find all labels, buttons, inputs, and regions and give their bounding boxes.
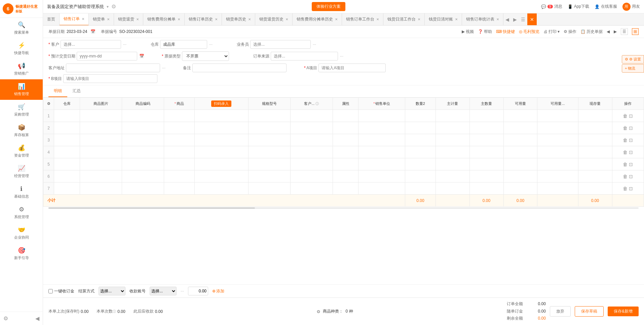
row-product-5[interactable] [164,170,195,182]
row-product-code-6[interactable] [122,182,164,195]
row-delete-5[interactable]: 🗑 [623,174,628,179]
row-stock-4[interactable] [578,158,612,170]
project-a-input[interactable] [318,64,386,72]
table-scrollbar[interactable] [48,207,639,209]
row-available2-2[interactable] [537,134,578,146]
customer-input[interactable] [61,40,121,49]
tab-close-5[interactable]: ✕ [215,17,218,21]
row-product-code-4[interactable] [122,158,164,170]
row-available2-1[interactable] [537,122,578,134]
row-spec-6[interactable] [248,182,290,195]
row-customer-code-5[interactable] [290,170,333,182]
order-source-input[interactable] [271,52,338,60]
row-customer-code-3[interactable] [290,146,333,158]
row-warehouse-4[interactable] [54,158,80,170]
row-warehouse-6[interactable] [54,182,80,195]
row-spec-0[interactable] [248,110,290,122]
row-main-qty-2[interactable] [469,134,503,146]
tab-7[interactable]: 销货退货历史✕ [255,13,293,26]
row-warehouse-0[interactable] [54,110,80,122]
row-qty2-3[interactable] [405,146,435,158]
tab-close-10[interactable]: ✕ [418,17,420,21]
collapse-sidebar-icon[interactable]: ◀ [35,315,39,322]
sidebar-item-资金管理[interactable]: 💰资金管理 [0,141,43,161]
row-delete-1[interactable]: 🗑 [623,125,628,131]
tab-prev-icon[interactable]: ◀ [503,13,511,26]
row-spec-4[interactable] [248,158,290,170]
row-warehouse-5[interactable] [54,170,80,182]
row-product-0[interactable] [164,110,195,122]
tab-close-2[interactable]: ✕ [107,17,110,21]
row-product-img-1[interactable] [80,122,122,134]
tab-0[interactable]: 首页 [43,13,60,26]
operate-action[interactable]: ⚙ 操作 [564,29,576,35]
row-stock-3[interactable] [578,146,612,158]
tab-close-12[interactable]: ✕ [496,17,499,21]
tab-3[interactable]: 销货退货✕ [114,13,143,26]
row-spec-5[interactable] [248,170,290,182]
tab-close-4[interactable]: ✕ [178,17,180,21]
row-spec-1[interactable] [248,122,290,134]
sidebar-item-销售管理[interactable]: 📊销售管理 [0,79,43,100]
row-stock-5[interactable] [578,170,612,182]
salesperson-more-dots[interactable]: ··· [313,42,316,47]
row-product-2[interactable] [164,134,195,146]
row-unit-3[interactable] [358,146,405,158]
customer-more-dots[interactable]: ··· [123,42,126,47]
row-product-img-0[interactable] [80,110,122,122]
payment-dots[interactable]: ··· [181,289,184,293]
row-stock-1[interactable] [578,122,612,134]
row-stock-0[interactable] [578,110,612,122]
tab-next-icon[interactable]: ▶ [511,13,519,26]
tab-menu-icon[interactable]: ☰ [519,13,527,26]
table-container[interactable]: ⚙ 仓库 商品图片 商品编码 商品 扫码录入 规格型号 客户... ⓘ 属性 销… [43,97,644,284]
row-warehouse-2[interactable] [54,134,80,146]
row-qty2-0[interactable] [405,110,435,122]
add-goods-btn[interactable]: + 物流 [622,64,644,73]
row-product-6[interactable] [164,182,195,195]
row-main-unit-1[interactable] [435,122,469,134]
row-qty2-1[interactable] [405,122,435,134]
remark-input[interactable] [192,64,287,72]
record-prev[interactable]: ◀ [607,29,610,34]
row-attribute-4[interactable] [333,158,358,170]
row-product-code-2[interactable] [122,134,164,146]
row-attribute-2[interactable] [333,134,358,146]
print-action[interactable]: 🖨 打印 ▾ [543,29,560,35]
row-main-unit-6[interactable] [435,182,469,195]
row-customer-code-1[interactable] [290,122,333,134]
tab-1[interactable]: 销售订单✕ [60,13,89,26]
sidebar-item-采购管理[interactable]: 🛒采购管理 [0,100,43,120]
calendar-icon[interactable]: 📅 [90,29,96,34]
row-copy-5[interactable]: ⊡ [629,174,633,179]
row-product-img-6[interactable] [80,182,122,195]
row-main-unit-2[interactable] [435,134,469,146]
message-item[interactable]: 💬 9 消息 [541,4,562,9]
row-available2-0[interactable] [537,110,578,122]
row-copy-3[interactable]: ⊡ [629,150,633,155]
row-main-qty-3[interactable] [469,146,503,158]
sidebar-item-搜索菜单[interactable]: 🔍搜索菜单 [0,18,43,38]
row-available-5[interactable] [503,170,537,182]
row-product-1[interactable] [164,122,195,134]
tab-8[interactable]: 销售费用分摊单历史✕ [293,13,342,26]
row-attribute-3[interactable] [333,146,358,158]
row-customer-code-2[interactable] [290,134,333,146]
tab-5[interactable]: 销售订单历史✕ [185,13,222,26]
sidebar-item-经营管理[interactable]: 📈经营管理 [0,161,43,182]
row-product-code-0[interactable] [122,110,164,122]
payment-amount-input[interactable] [188,287,208,295]
settings-panel-btn[interactable]: ⚙ ⚙ 设置 [622,55,644,64]
row-main-unit-3[interactable] [435,146,469,158]
row-available-2[interactable] [503,134,537,146]
row-main-qty-1[interactable] [469,122,503,134]
tab-6[interactable]: 销货单历史✕ [222,13,255,26]
view-mode-list[interactable]: ☰ [621,28,628,35]
tab-close-9[interactable]: ✕ [376,17,379,21]
sidebar-item-营销推广[interactable]: 📢营销推广 [0,59,43,79]
view-action[interactable]: ▶ 视频 [462,29,474,35]
bank-account-select[interactable]: 选择... [150,287,177,295]
order-source-more-dots[interactable]: ··· [340,54,343,58]
scan-btn[interactable]: 扫码录入 [211,100,231,107]
row-main-unit-0[interactable] [435,110,469,122]
